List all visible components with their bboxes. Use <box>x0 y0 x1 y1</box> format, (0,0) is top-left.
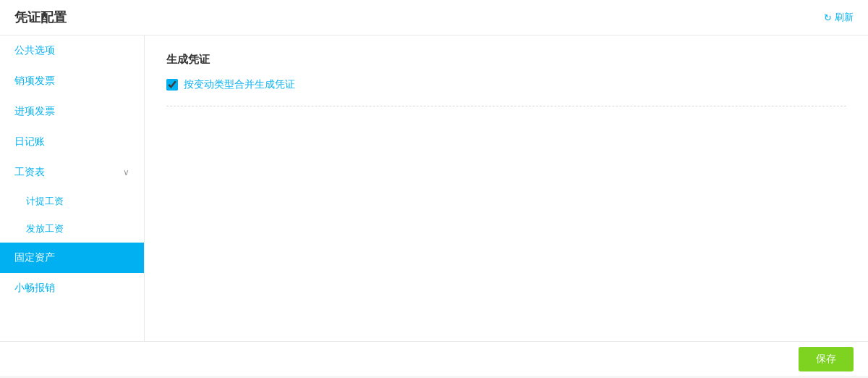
sidebar-item-expense[interactable]: 小畅报销 <box>0 273 144 303</box>
content-area: 生成凭证 按变动类型合并生成凭证 <box>145 35 868 341</box>
sidebar: 公共选项 销项发票 进项发票 日记账 工资表 ∨ 计提工资 发放工资 固定资产 … <box>0 35 145 341</box>
sidebar-item-sales[interactable]: 销项发票 <box>0 66 144 96</box>
refresh-button[interactable]: ↻ 刷新 <box>824 11 854 24</box>
save-button[interactable]: 保存 <box>799 347 854 371</box>
sidebar-item-label: 固定资产 <box>14 251 55 264</box>
page-title: 凭证配置 <box>14 9 67 26</box>
sidebar-item-label: 工资表 <box>14 166 45 179</box>
checkbox-row: 按变动类型合并生成凭证 <box>166 78 846 91</box>
refresh-icon: ↻ <box>824 12 832 23</box>
sidebar-sub-item-label: 发放工资 <box>26 223 64 234</box>
sidebar-item-payment[interactable]: 发放工资 <box>0 215 144 243</box>
sidebar-item-public[interactable]: 公共选项 <box>0 35 144 66</box>
sidebar-item-label: 小畅报销 <box>14 282 55 295</box>
chevron-down-icon: ∨ <box>123 167 129 177</box>
sidebar-item-label: 销项发票 <box>14 75 55 88</box>
footer: 保存 <box>0 341 868 376</box>
section-divider <box>166 106 846 106</box>
sidebar-sub-item-label: 计提工资 <box>26 196 64 206</box>
refresh-label: 刷新 <box>835 11 854 24</box>
checkbox-label[interactable]: 按变动类型合并生成凭证 <box>184 78 295 91</box>
sidebar-item-journal[interactable]: 日记账 <box>0 127 144 157</box>
sidebar-item-payroll[interactable]: 工资表 ∨ <box>0 157 144 188</box>
main-layout: 公共选项 销项发票 进项发票 日记账 工资表 ∨ 计提工资 发放工资 固定资产 … <box>0 35 868 341</box>
sidebar-item-label: 进项发票 <box>14 105 55 118</box>
page-header: 凭证配置 ↻ 刷新 <box>0 0 868 35</box>
sidebar-item-label: 公共选项 <box>14 44 55 57</box>
sidebar-item-fixed-assets[interactable]: 固定资产 <box>0 243 144 273</box>
sidebar-item-label: 日记账 <box>14 135 45 148</box>
merge-by-type-checkbox[interactable] <box>166 79 178 91</box>
sidebar-item-accrual[interactable]: 计提工资 <box>0 188 144 215</box>
section-title: 生成凭证 <box>166 53 846 67</box>
sidebar-item-purchase[interactable]: 进项发票 <box>0 96 144 127</box>
